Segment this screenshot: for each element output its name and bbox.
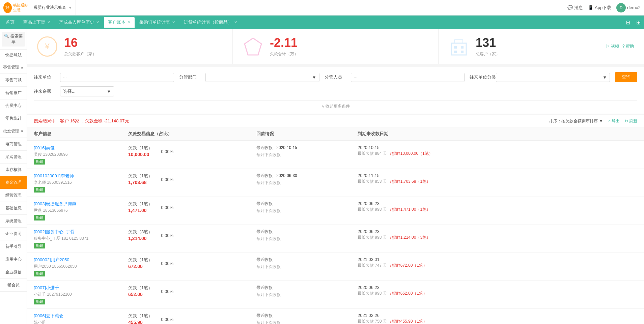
search-icon: 🔍: [4, 34, 9, 38]
customer-name-5[interactable]: [0007]小进千: [34, 285, 128, 291]
stat-info-2: -2.11 欠款合计（万）: [270, 36, 298, 57]
chevron-down-icon: ▼: [68, 5, 72, 10]
customer-info-5: [0007]小进千 小进千 18279152100 现销: [34, 285, 128, 304]
tab-home[interactable]: 首页: [2, 17, 19, 28]
col-header-overdue: 到期未收款日期: [358, 131, 637, 137]
overdue-link-6[interactable]: 超期¥455.90（1笔）: [390, 319, 427, 324]
debt-count-0: 欠款（1笔）: [128, 145, 152, 151]
maximize-btn[interactable]: ⊞: [635, 19, 642, 26]
sidebar-item-onboarding[interactable]: 新手引导: [0, 240, 27, 253]
app-download-btn[interactable]: 📱 App下载: [588, 5, 611, 11]
customer-info-4: [000002]用户2050 用户2050 18665062050 现销: [34, 257, 128, 276]
help-link[interactable]: ? 帮助: [622, 43, 634, 49]
overdue-link-3[interactable]: 超期¥1,214.00（3笔）: [390, 235, 430, 240]
tab-product-listing[interactable]: 商品上下架 ✕: [19, 17, 54, 28]
table-row: [0003]畅捷服务尹海燕 尹燕 18513066976 现销 欠款（1笔） 1…: [27, 197, 644, 225]
app-selector-label: 母婴行业演示账套: [34, 5, 66, 10]
sidebar-item-app-center[interactable]: 应用中心: [0, 253, 27, 266]
overdue-link-2[interactable]: 超期¥1,471.00（1笔）: [390, 207, 430, 212]
customer-name-1[interactable]: [0001020001]李老师: [34, 173, 128, 179]
query-button[interactable]: 查询: [615, 72, 637, 82]
export-btn[interactable]: ○ 导出: [608, 118, 620, 124]
customer-name-0[interactable]: [0016]吴俊: [34, 145, 128, 151]
stat-icon-building: [449, 36, 469, 57]
sidebar-item-ecommerce[interactable]: 电商管理: [0, 138, 27, 151]
tab-close-icon[interactable]: ✕: [47, 20, 50, 25]
debt-detail-1: 欠款（1笔） 1,703.68 0.00%: [128, 173, 256, 185]
sidebar-item-label: 新手引导: [5, 244, 22, 249]
overdue-link-4[interactable]: 超期¥672.00（1笔）: [390, 263, 427, 268]
from-unit-input[interactable]: ···: [60, 73, 174, 82]
sidebar-item-label: 企业微信: [5, 270, 22, 274]
username: demo2: [627, 5, 641, 10]
chevron-down-icon: ▼: [107, 89, 111, 94]
app-selector[interactable]: 母婴行业演示账套 ▼: [30, 0, 76, 15]
customer-phone-0: 吴俊 13026203696: [34, 152, 128, 157]
person-label: 分管人员: [325, 74, 348, 80]
overdue-info-3: 2020.06.23 最长欠款 998 天 超期¥1,214.00（3笔）: [358, 229, 637, 240]
tab-purchase-stats[interactable]: 采购订单统计表 ✕: [135, 17, 179, 28]
customer-name-3[interactable]: [0002]服务中心_丁磊: [34, 229, 128, 235]
top-right: 💬 消息 📱 App下载 D demo2: [567, 3, 641, 12]
sidebar-item-member[interactable]: 会员中心: [0, 99, 27, 112]
tab-customer-account[interactable]: 客户账本 ✕: [104, 17, 135, 28]
sidebar-item-label: 畅会员: [7, 283, 20, 287]
balance-select[interactable]: 选择... ▼: [60, 86, 114, 96]
customer-name-6[interactable]: [0006]去下粮仓: [34, 313, 128, 319]
sidebar-item-retail-stats[interactable]: 零售统计: [0, 112, 27, 125]
tab-purchase-product-stats[interactable]: 进货单统计表（按商品） ✕: [180, 17, 241, 28]
chevron-icon: ▼: [20, 129, 24, 133]
message-btn[interactable]: 💬 消息: [567, 5, 583, 11]
debt-amount-5: 652.00: [128, 292, 152, 297]
user-menu[interactable]: D demo2: [616, 3, 641, 12]
person-input[interactable]: ···: [351, 73, 465, 82]
sidebar-item-retail-store[interactable]: 零售商城: [0, 74, 27, 87]
customer-name-4[interactable]: [000002]用户2050: [34, 257, 128, 263]
sidebar-item-retail-mgmt[interactable]: 零售管理 ▲: [0, 61, 27, 74]
sidebar-item-enterprise-collab[interactable]: 企业协同: [0, 228, 27, 240]
tab-close-icon[interactable]: ✕: [96, 20, 99, 25]
overdue-link-0[interactable]: 超期¥10,000.00（1笔）: [390, 151, 433, 156]
top-bar: 好 畅捷通好生意 母婴行业演示账套 ▼ 💬 消息 📱 App下载 D demo2: [0, 0, 644, 16]
minimize-btn[interactable]: ⊟: [624, 19, 632, 26]
svg-rect-5: [454, 51, 457, 53]
debt-detail-5: 欠款（1笔） 652.00 0.00%: [128, 285, 256, 297]
sidebar-item-marketing[interactable]: 营销推广: [0, 87, 27, 99]
sidebar-item-wholesale-mgmt[interactable]: 批发管理 ▼: [0, 125, 27, 138]
sidebar-item-vip-member[interactable]: 畅会员: [0, 279, 27, 292]
video-link[interactable]: ▷ 视频: [606, 43, 619, 49]
sidebar-item-basic-info[interactable]: 基础信息: [0, 202, 27, 215]
sort-select[interactable]: 排序：按欠款金额倒序排序 ▼: [549, 118, 603, 124]
sidebar-item-inventory[interactable]: 库存核算: [0, 164, 27, 176]
sidebar-item-enterprise-wechat[interactable]: 企业微信: [0, 266, 27, 279]
sidebar-item-finance[interactable]: 资金管理: [0, 176, 27, 189]
customer-phone-1: 李老师 18600391516: [34, 180, 128, 185]
tab-production-history[interactable]: 产成品入库单历史 ✕: [55, 17, 103, 28]
tab-purchase-stats-label: 采购订单统计表: [139, 19, 170, 25]
tab-close-icon[interactable]: ✕: [172, 20, 175, 25]
overdue-link-5[interactable]: 超期¥652.00（1笔）: [390, 291, 427, 296]
customer-name-2[interactable]: [0003]畅捷服务尹海燕: [34, 201, 128, 207]
overdue-link-1[interactable]: 超期¥1,703.68（1笔）: [390, 179, 430, 184]
debt-info-5: 欠款（1笔） 652.00 0.00%: [128, 285, 256, 297]
refresh-btn[interactable]: ↻ 刷新: [625, 118, 637, 124]
tab-close-icon[interactable]: ✕: [234, 20, 237, 25]
sidebar-item-system[interactable]: 系统管理: [0, 215, 27, 228]
sidebar-item-label: 采购管理: [5, 154, 22, 159]
search-menu-label: 搜索菜单: [10, 34, 23, 44]
sidebar-item-operations[interactable]: 经营管理: [0, 189, 27, 202]
sidebar-quick-nav[interactable]: 快捷导航: [0, 50, 27, 61]
tab-close-icon[interactable]: ✕: [128, 20, 131, 25]
category-select[interactable]: ▼: [496, 73, 610, 82]
customer-phone-6: 陈小册: [34, 320, 128, 324]
dept-select[interactable]: ▼: [205, 73, 319, 82]
debt-detail-3: 欠款（3笔） 1,214.00 0.00%: [128, 229, 256, 241]
debt-info-0: 欠款（1笔） 10,000.00 0.00%: [128, 145, 256, 157]
debt-count-4: 欠款（1笔）: [128, 257, 152, 263]
stat-label-debt-customers: 总欠款客户（家）: [64, 51, 96, 57]
recovery-info-4: 最近收款 预计下次收款: [256, 257, 358, 270]
search-menu-btn[interactable]: 🔍 搜索菜单: [2, 32, 25, 47]
sidebar-item-purchase-mgmt[interactable]: 采购管理: [0, 151, 27, 164]
filter-collapse-btn[interactable]: ∧ 收起更多条件: [34, 100, 637, 112]
sidebar-item-label: 会员中心: [5, 103, 22, 108]
